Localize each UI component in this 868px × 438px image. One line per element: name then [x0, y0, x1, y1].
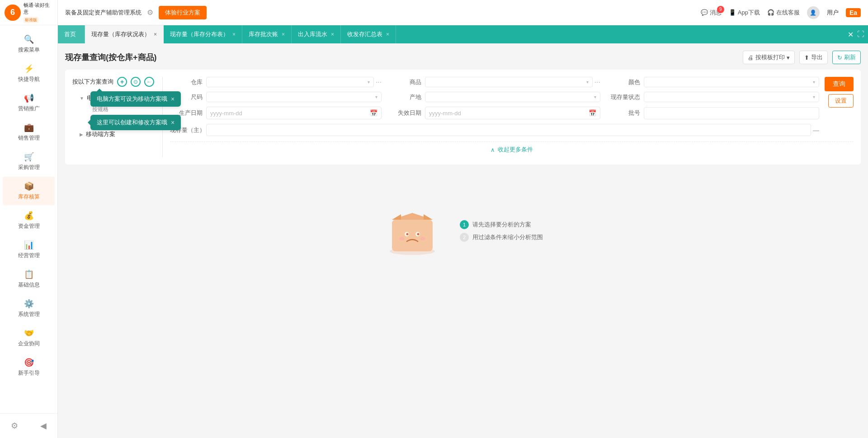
batch-no-input[interactable]: [644, 107, 819, 119]
sidebar-item-purchase[interactable]: 🛒 采购管理: [3, 147, 55, 176]
app-download-label: App下载: [738, 9, 760, 17]
stock-qty-range: —: [206, 124, 819, 136]
empty-illustration: [383, 206, 442, 256]
tab-home-label: 首页: [64, 30, 76, 38]
stock-status-control: ▾: [644, 92, 819, 102]
goods-field: 商品 ▾ ···: [389, 77, 600, 87]
step-1-text: 请先选择要分析的方案: [472, 221, 531, 229]
setup-btn[interactable]: 设置: [828, 94, 854, 108]
system-icon: ⚙️: [24, 299, 34, 309]
batch-no-label: 批号: [608, 109, 640, 117]
user-name: 用户: [827, 9, 839, 17]
empty-step-1: 1 请先选择要分析的方案: [460, 220, 543, 229]
export-icon: ⬆: [804, 54, 809, 61]
print-icon: 🖨: [748, 54, 754, 61]
refresh-btn[interactable]: ↻ 刷新: [832, 51, 861, 64]
sidebar-nav: 🔍 搜索菜单 ⚡ 快捷导航 📢 营销推广 💼 销售管理 🛒 采购管理 📦 库存核…: [0, 25, 57, 413]
tab-inventory-dist[interactable]: 现存量（库存分布表） ×: [164, 25, 242, 43]
filter-fields-area: 仓库 ▾ ···: [170, 77, 819, 138]
collapse-bar[interactable]: ∧ 收起更多条件: [170, 141, 854, 157]
sidebar-item-sales[interactable]: 💼 销售管理: [3, 118, 55, 146]
page-title: 现存量查询(按仓库+商品): [65, 52, 157, 63]
add-scheme-btn[interactable]: +: [117, 77, 127, 87]
back-btn[interactable]: ←: [144, 77, 154, 87]
stock-status-select[interactable]: ▾: [644, 92, 819, 102]
scheme-mobile-label: 移动端方案: [86, 130, 115, 138]
sidebar-item-guide[interactable]: 🎯 新手引导: [3, 353, 55, 381]
sidebar-item-marketing[interactable]: 📢 营销推广: [3, 89, 55, 117]
scheme-sub-text-1: 按规格: [92, 106, 108, 113]
collapse-sidebar-icon[interactable]: ◀: [38, 419, 48, 433]
header-gear-icon[interactable]: ⚙: [147, 8, 153, 17]
tab-inventory-dist-close[interactable]: ×: [232, 31, 236, 38]
tab-collect-summary[interactable]: 收发存汇总表 ×: [341, 25, 396, 43]
tooltip2-close[interactable]: ×: [171, 119, 175, 126]
app-logo-icon: 6: [5, 5, 21, 21]
tab-in-out-flow[interactable]: 出入库流水 ×: [292, 25, 341, 43]
filter-left-panel: 按以下方案查询 + ⊙ ← 电脑方案可设为移动方案哦 × ▼ 电脑端方案: [72, 77, 163, 157]
filter-row-3: 生产日期 yyyy-mm-dd 📅 失效日期: [170, 107, 819, 119]
tabs-close-all-icon[interactable]: ✕: [848, 30, 854, 39]
origin-chevron-icon: ▾: [594, 94, 596, 99]
produce-date-input[interactable]: yyyy-mm-dd 📅: [206, 107, 382, 119]
warehouse-dots-icon[interactable]: ···: [376, 78, 382, 86]
tab-batch-account-label: 库存批次账: [249, 30, 278, 38]
filter-section: 按以下方案查询 + ⊙ ← 电脑方案可设为移动方案哦 × ▼ 电脑端方案: [65, 70, 861, 165]
stock-status-chevron-icon: ▾: [813, 94, 815, 99]
size-select[interactable]: ▾: [206, 92, 382, 102]
collapse-text: 收起更多条件: [498, 146, 533, 154]
tab-inventory-status[interactable]: 现存量（库存状况表） ×: [85, 25, 164, 43]
ea-badge: Ea: [846, 8, 861, 17]
app-download-group[interactable]: 📱 App下载: [729, 9, 760, 17]
sidebar-item-inventory[interactable]: 📦 库存核算: [3, 177, 55, 205]
step-2-text: 用过滤条件来缩小分析范围: [472, 233, 543, 241]
search-btn[interactable]: 查询: [825, 77, 854, 91]
settings-bottom-icon[interactable]: ⚙: [9, 419, 20, 433]
batch-no-field: 批号: [608, 107, 819, 119]
goods-chevron-icon: ▾: [586, 80, 589, 85]
origin-label: 产地: [389, 93, 421, 101]
expire-date-input[interactable]: yyyy-mm-dd 📅: [425, 107, 600, 119]
stock-status-field: 现存量状态 ▾: [608, 92, 819, 102]
tab-batch-account[interactable]: 库存批次账 ×: [242, 25, 292, 43]
operation-icon: 📊: [24, 240, 34, 250]
step-1-num: 1: [460, 220, 469, 229]
sidebar-item-basic-info[interactable]: 📋 基础信息: [3, 265, 55, 293]
tab-batch-account-close[interactable]: ×: [282, 31, 285, 38]
system-name: 装备及固定资产辅助管理系统: [65, 9, 142, 17]
filter-header: 按以下方案查询 + ⊙ ←: [72, 77, 157, 87]
export-btn[interactable]: ⬆ 导出: [799, 51, 828, 64]
trial-btn[interactable]: 体验行业方案: [159, 6, 207, 19]
sidebar-item-system[interactable]: ⚙️ 系统管理: [3, 294, 55, 323]
sidebar-item-quick-nav[interactable]: ⚡ 快捷导航: [3, 59, 55, 88]
print-template-btn[interactable]: 🖨 按模板打印 ▾: [743, 51, 795, 64]
warehouse-control: ▾ ···: [206, 77, 382, 87]
message-group[interactable]: 💬 消息 9: [701, 9, 722, 17]
tabs-fullscreen-icon[interactable]: ⛶: [857, 30, 864, 38]
color-select[interactable]: ▾: [644, 77, 819, 87]
origin-control: ▾: [425, 92, 600, 102]
sidebar-item-finance[interactable]: 💰 资金管理: [3, 206, 55, 235]
warehouse-label: 仓库: [170, 78, 203, 86]
warehouse-select[interactable]: ▾: [206, 77, 374, 87]
goods-control: ▾ ···: [425, 77, 600, 87]
online-service-group[interactable]: 🎧 在线客服: [767, 9, 800, 17]
sidebar-item-search[interactable]: 🔍 搜索菜单: [3, 30, 55, 58]
sidebar-item-operation[interactable]: 📊 经营管理: [3, 235, 55, 264]
size-chevron-icon: ▾: [375, 94, 377, 99]
scheme-mobile-arrow: ▶: [80, 132, 83, 137]
tab-in-out-flow-close[interactable]: ×: [331, 31, 334, 38]
tab-inventory-status-close[interactable]: ×: [154, 31, 157, 38]
tab-home[interactable]: 首页: [58, 25, 85, 43]
tab-collect-summary-close[interactable]: ×: [386, 31, 389, 38]
refresh-icon: ↻: [837, 54, 842, 61]
origin-select[interactable]: ▾: [425, 92, 600, 102]
tooltip1-close[interactable]: ×: [171, 95, 175, 103]
goods-select[interactable]: ▾: [425, 77, 593, 87]
sidebar-item-enterprise[interactable]: 🤝 企业协同: [3, 324, 55, 352]
online-service-label: 在线客服: [776, 9, 800, 17]
phone-icon: 📱: [729, 9, 736, 16]
goods-dots-icon[interactable]: ···: [594, 78, 600, 86]
stock-qty-min-input[interactable]: [206, 124, 811, 136]
copy-scheme-btn[interactable]: ⊙: [131, 77, 141, 87]
